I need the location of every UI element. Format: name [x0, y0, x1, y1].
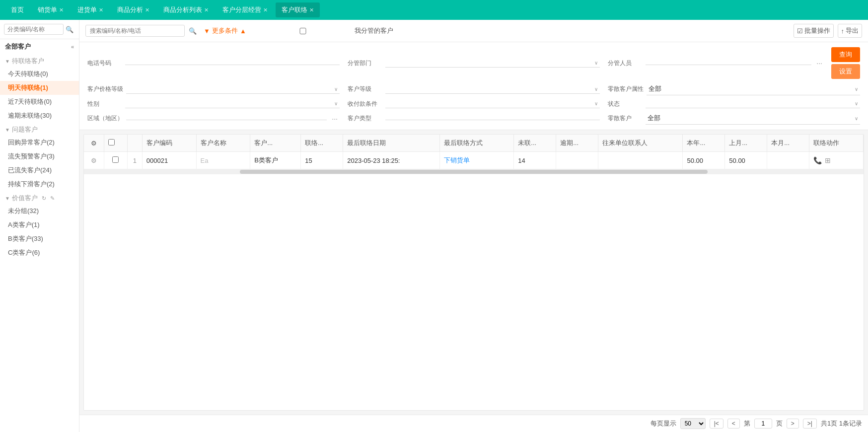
nav-customer-layered[interactable]: 客户分层经营 ✕ — [217, 2, 274, 17]
row-checkbox[interactable] — [104, 152, 127, 169]
row-qr-icon[interactable]: ⊞ — [825, 156, 831, 164]
sidebar-group-problem[interactable]: ▼ 问题客户 — [0, 123, 79, 136]
gender-label: 性别 — [87, 100, 122, 108]
per-page-select[interactable]: 50 100 200 — [680, 418, 706, 429]
col-action-header[interactable]: 联络动作 — [809, 135, 864, 152]
col-overdue-header[interactable]: 逾期... — [556, 135, 598, 152]
checkbox-icon: ☑ — [797, 27, 803, 35]
row-last-contact-method[interactable]: 下销货单 — [439, 152, 514, 169]
sidebar-item-c-class[interactable]: C类客户(6) — [0, 246, 79, 260]
main-content: 🔍 ▼ 更多条件 ▲ 我分管的客户 ☑ 批量操作 ↑ 导出 — [79, 20, 868, 432]
row-gear[interactable]: ⚙ — [84, 152, 104, 169]
my-customers-checkbox-label[interactable]: 我分管的客户 — [253, 26, 393, 35]
col-code-header[interactable]: 客户编码 — [142, 135, 196, 152]
next-page-button[interactable]: > — [787, 419, 799, 429]
customer-level-label: 客户等级 — [348, 85, 382, 93]
nav-close-icon[interactable]: ✕ — [99, 7, 103, 13]
col-unit-contact-header[interactable]: 往来单位联系人 — [598, 135, 683, 152]
nav-close-icon[interactable]: ✕ — [59, 7, 64, 13]
nav-close-icon[interactable]: ✕ — [309, 7, 314, 13]
retail-customer-select[interactable]: 全部 ∨ — [646, 112, 860, 125]
col-this-month-header[interactable]: 本月... — [767, 135, 809, 152]
all-customers-header[interactable]: 全部客户 « — [0, 39, 79, 54]
my-customers-checkbox[interactable] — [253, 28, 353, 34]
price-level-select[interactable]: ∨ — [126, 85, 340, 94]
filter-row-retail-attr: 零散客户属性 全部 ∨ — [608, 83, 860, 95]
status-select[interactable]: ∨ — [646, 99, 860, 108]
sidebar-search-icon[interactable]: 🔍 — [66, 26, 73, 33]
nav-customer-contact[interactable]: 客户联络 ✕ — [276, 2, 320, 17]
person-dots-icon[interactable]: ··· — [814, 58, 824, 68]
select-all-checkbox[interactable] — [108, 139, 115, 145]
sidebar-item-b-class[interactable]: B类客户(33) — [0, 232, 79, 246]
col-last-month-header[interactable]: 上月... — [725, 135, 767, 152]
nav-purchase-order[interactable]: 进货单 ✕ — [72, 2, 109, 17]
sidebar-item-today-pending[interactable]: 今天待联络(0) — [0, 67, 79, 81]
nav-sales-order[interactable]: 销货单 ✕ — [32, 2, 70, 17]
region-dots-icon[interactable]: ··· — [330, 114, 340, 124]
retail-attr-select[interactable]: 全部 ∨ — [647, 83, 860, 95]
first-page-button[interactable]: |< — [710, 419, 723, 429]
sidebar-item-7days-pending[interactable]: 近7天待联络(0) — [0, 95, 79, 109]
sidebar-search-input[interactable] — [4, 24, 64, 35]
col-last-contact-date-header[interactable]: 最后联络日期 — [343, 135, 439, 152]
col-not-contacted-header[interactable]: 未联... — [514, 135, 556, 152]
customer-level-select[interactable]: ∨ — [385, 85, 600, 94]
row-unit-contact — [598, 152, 683, 169]
page-input[interactable] — [754, 419, 772, 429]
page-suffix: 页 — [776, 419, 783, 428]
sidebar-item-a-class[interactable]: A类客户(1) — [0, 218, 79, 232]
nav-close-icon[interactable]: ✕ — [145, 7, 149, 13]
nav-close-icon[interactable]: ✕ — [263, 7, 268, 13]
sidebar-item-churned[interactable]: 已流失客户(24) — [0, 163, 79, 177]
person-input[interactable] — [646, 62, 811, 65]
search-icon[interactable]: 🔍 — [189, 27, 197, 35]
col-this-year-header[interactable]: 本年... — [683, 135, 725, 152]
row-this-month — [767, 152, 809, 169]
gender-select[interactable]: ∨ — [125, 99, 340, 108]
sidebar-item-overdue-pending[interactable]: 逾期未联络(30) — [0, 109, 79, 123]
query-button[interactable]: 查询 — [831, 47, 860, 62]
nav-home[interactable]: 首页 — [5, 2, 30, 17]
group-arrow-icon: ▼ — [5, 196, 10, 201]
table-footer: 每页显示 50 100 200 |< < 第 页 > >| 共1页 1条记录 — [79, 415, 868, 432]
customer-type-select[interactable] — [385, 117, 600, 120]
sidebar-item-declining[interactable]: 持续下滑客户(2) — [0, 177, 79, 191]
region-select[interactable] — [126, 117, 327, 120]
sidebar-item-tomorrow-pending[interactable]: 明天待联络(1) — [0, 81, 79, 95]
nav-product-analysis-list[interactable]: 商品分析列表 ✕ — [157, 2, 215, 17]
sidebar-item-repurchase-anomaly[interactable]: 回购异常客户(2) — [0, 136, 79, 149]
phone-input[interactable] — [125, 62, 340, 65]
dept-select[interactable]: ∨ — [385, 59, 600, 68]
col-last-contact-method-header[interactable]: 最后联络方式 — [439, 135, 514, 152]
prev-page-button[interactable]: < — [727, 419, 740, 429]
last-page-button[interactable]: >| — [803, 419, 817, 429]
edit-icon[interactable]: ✎ — [50, 195, 55, 202]
scrollbar-thumb[interactable] — [240, 170, 708, 174]
row-last-month: 50.00 — [725, 152, 767, 169]
sidebar-group-value[interactable]: ▼ 价值客户 ↻ ✎ — [0, 191, 79, 204]
sidebar-item-ungrouped[interactable]: 未分组(32) — [0, 204, 79, 218]
col-checkbox-header[interactable] — [104, 135, 127, 152]
col-contact-header[interactable]: 联络... — [301, 135, 343, 152]
sidebar-item-churn-warning[interactable]: 流失预警客户(3) — [0, 149, 79, 163]
col-gear[interactable]: ⚙ — [84, 135, 104, 152]
refresh-icon[interactable]: ↻ — [42, 195, 46, 202]
horizontal-scrollbar[interactable] — [84, 169, 864, 174]
more-conditions-button[interactable]: ▼ 更多条件 ▲ — [201, 24, 249, 37]
payment-select[interactable]: ∨ — [385, 99, 600, 108]
col-name-header[interactable]: 客户名称 — [196, 135, 250, 152]
nav-close-icon[interactable]: ✕ — [204, 7, 209, 13]
settings-button[interactable]: 设置 — [831, 64, 860, 79]
per-page-label: 每页显示 — [651, 419, 676, 428]
row-phone-icon[interactable]: 📞 — [813, 156, 822, 164]
bulk-operation-button[interactable]: ☑ 批量操作 — [794, 24, 834, 38]
dept-label: 分管部门 — [348, 59, 382, 68]
export-icon: ↑ — [841, 27, 845, 35]
export-button[interactable]: ↑ 导出 — [838, 24, 863, 38]
search-input[interactable] — [85, 25, 185, 37]
col-type-header[interactable]: 客户... — [250, 135, 301, 152]
region-label: 区域（地区） — [87, 114, 123, 123]
sidebar-group-pending[interactable]: ▼ 待联络客户 — [0, 54, 79, 67]
nav-product-analysis[interactable]: 商品分析 ✕ — [111, 2, 155, 17]
